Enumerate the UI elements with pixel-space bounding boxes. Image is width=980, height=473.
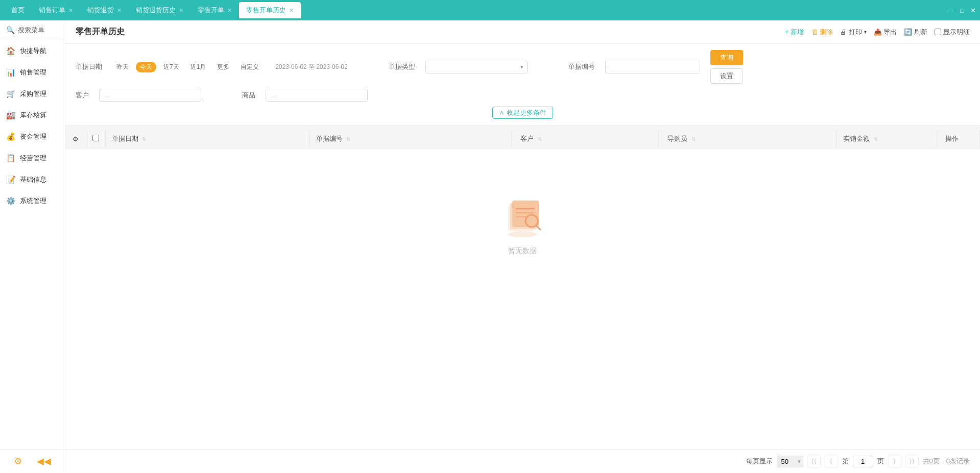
per-page-select[interactable]: 10 20 50 100: [777, 456, 803, 467]
col-number-sort[interactable]: ⇅: [346, 136, 350, 142]
display-columns-toggle[interactable]: 显示明细: [935, 28, 970, 37]
empty-row: 暂无数据: [65, 148, 980, 297]
window-close-icon[interactable]: ✕: [970, 7, 976, 14]
sidebar-search[interactable]: 🔍 搜索菜单: [0, 20, 65, 40]
content-area: 零售开单历史 + 新增 🗑 删除 🖨 打印 ▾ 📤 导出 🔄 刷新: [65, 20, 980, 473]
tab-sales-return[interactable]: 销货退货 ✕: [80, 2, 129, 18]
date-option-today[interactable]: 今天: [136, 62, 156, 72]
sidebar-item-operations[interactable]: 📋 经营管理: [0, 147, 65, 169]
table-body: 暂无数据: [65, 148, 980, 297]
customer-label: 客户: [76, 91, 89, 100]
sidebar-item-sales[interactable]: 📊 销售管理: [0, 62, 65, 83]
finance-icon: 💰: [6, 132, 16, 141]
col-amount-sort[interactable]: ⇅: [874, 136, 878, 142]
page-number-input[interactable]: [853, 456, 873, 467]
tab-retail-open-close[interactable]: ✕: [227, 7, 232, 14]
quick-nav-icon: 🏠: [6, 46, 16, 56]
per-page-select-wrap: 10 20 50 100: [777, 456, 803, 467]
collapse-row: ∧ 收起更多条件: [76, 107, 970, 119]
inventory-icon: 🏭: [6, 111, 16, 120]
first-page-button[interactable]: ⟨⟨: [807, 455, 821, 468]
tab-sales-return-label: 销货退货: [87, 6, 114, 15]
tab-sales-order-close[interactable]: ✕: [68, 7, 73, 14]
export-button[interactable]: 📤 导出: [874, 28, 897, 37]
date-option-yesterday[interactable]: 昨天: [112, 62, 133, 72]
col-date-label: 单据日期: [112, 135, 138, 142]
customer-input[interactable]: ...: [99, 89, 201, 102]
basic-info-icon: 📝: [6, 175, 16, 184]
col-amount: 实销金额 ⇅: [837, 130, 939, 148]
per-page-label: 每页显示: [746, 457, 773, 466]
tab-retail-open[interactable]: 零售开单 ✕: [190, 2, 239, 18]
search-icon: 🔍: [6, 26, 15, 34]
date-range-display: 2023-06-02 至 2023-06-02: [275, 63, 347, 71]
date-option-more[interactable]: 更多: [213, 62, 233, 72]
window-maximize-icon[interactable]: □: [960, 7, 964, 14]
tab-retail-open-history-label: 零售开单历史: [246, 6, 286, 15]
sidebar-item-system-label: 系统管理: [20, 196, 46, 206]
date-option-last7[interactable]: 近7天: [159, 62, 183, 72]
col-date-sort[interactable]: ⇅: [142, 136, 146, 142]
date-option-custom[interactable]: 自定义: [236, 62, 263, 72]
col-settings[interactable]: ⚙: [65, 130, 86, 148]
tab-retail-open-history[interactable]: 零售开单历史 ✕: [239, 2, 301, 18]
table-header-row: ⚙ 单据日期 ⇅ 单据编号 ⇅ 客户 ⇅: [65, 130, 980, 148]
col-number: 单据编号 ⇅: [309, 130, 514, 148]
collapse-button[interactable]: ∧ 收起更多条件: [492, 107, 553, 119]
product-input[interactable]: ...: [266, 89, 368, 102]
sidebar-bottom: ⚙ ◀◀: [0, 449, 65, 473]
next-page-button[interactable]: ⟩: [888, 455, 901, 468]
sidebar-settings-icon[interactable]: ⚙: [14, 456, 22, 467]
sidebar-collapse-icon[interactable]: ◀◀: [37, 456, 51, 467]
tab-sales-return-history[interactable]: 销货退货历史 ✕: [129, 2, 190, 18]
col-guide-sort[interactable]: ⇅: [691, 136, 696, 142]
sidebar-item-finance[interactable]: 💰 资金管理: [0, 126, 65, 147]
tab-bar: 首页 销售订单 ✕ 销货退货 ✕ 销货退货历史 ✕ 零售开单 ✕ 零售开单历史 …: [0, 0, 980, 20]
sidebar-item-purchase[interactable]: 🛒 采购管理: [0, 83, 65, 105]
sidebar-item-operations-label: 经营管理: [20, 154, 46, 163]
col-actions-label: 操作: [945, 135, 959, 142]
sidebar-item-basic-info[interactable]: 📝 基础信息: [0, 169, 65, 190]
sidebar-item-quick-nav[interactable]: 🏠 快捷导航: [0, 40, 65, 62]
main-layout: 🔍 搜索菜单 🏠 快捷导航 📊 销售管理 🛒 采购管理 🏭 库存核算 💰 资金管…: [0, 20, 980, 473]
tab-bar-actions: — □ ✕: [947, 7, 976, 14]
tab-sales-return-history-label: 销货退货历史: [136, 6, 176, 15]
last-page-button[interactable]: ⟩⟩: [905, 455, 919, 468]
sidebar-item-inventory-label: 库存核算: [20, 111, 46, 120]
page-title: 零售开单历史: [76, 27, 125, 43]
query-button[interactable]: 查询: [710, 50, 743, 65]
doc-number-input[interactable]: [605, 61, 700, 73]
add-button[interactable]: + 新增: [785, 28, 804, 37]
sidebar-item-quick-nav-label: 快捷导航: [20, 46, 46, 56]
delete-button[interactable]: 🗑 删除: [811, 28, 833, 37]
filter-row-1: 单据日期 昨天 今天 近7天 近1月 更多 自定义 2023-06-02 至 2…: [76, 50, 970, 84]
tab-home[interactable]: 首页: [4, 2, 32, 18]
empty-icon: [497, 189, 548, 240]
tab-sales-order[interactable]: 销售订单 ✕: [32, 2, 80, 18]
settings-button[interactable]: 设置: [710, 68, 743, 84]
prev-page-button[interactable]: ⟨: [825, 455, 838, 468]
refresh-button-label: 🔄 刷新: [904, 28, 927, 37]
page-label-before: 第: [842, 457, 849, 466]
tab-retail-open-history-close[interactable]: ✕: [289, 7, 294, 14]
refresh-button[interactable]: 🔄 刷新: [904, 28, 927, 37]
display-columns-checkbox[interactable]: [935, 29, 941, 35]
tab-sales-return-close[interactable]: ✕: [117, 7, 122, 14]
tab-sales-return-history-close[interactable]: ✕: [179, 7, 183, 14]
doc-type-select[interactable]: [425, 61, 528, 73]
product-label: 商品: [242, 91, 255, 100]
col-checkbox[interactable]: [86, 130, 105, 148]
print-button[interactable]: 🖨 打印 ▾: [840, 28, 867, 37]
window-minimize-icon[interactable]: —: [947, 7, 954, 14]
sidebar-item-inventory[interactable]: 🏭 库存核算: [0, 105, 65, 126]
date-option-last-month[interactable]: 近1月: [186, 62, 210, 72]
col-customer-sort[interactable]: ⇅: [538, 136, 542, 142]
sales-icon: 📊: [6, 68, 16, 77]
col-guide: 导购员 ⇅: [661, 130, 836, 148]
sidebar-item-system[interactable]: ⚙️ 系统管理: [0, 190, 65, 212]
delete-button-label: 🗑 删除: [811, 28, 833, 37]
select-all-checkbox[interactable]: [92, 135, 99, 141]
print-dropdown-icon[interactable]: ▾: [864, 29, 867, 35]
display-columns-label: 显示明细: [943, 28, 970, 37]
filter-row-2: 客户 ... 商品 ...: [76, 89, 970, 102]
